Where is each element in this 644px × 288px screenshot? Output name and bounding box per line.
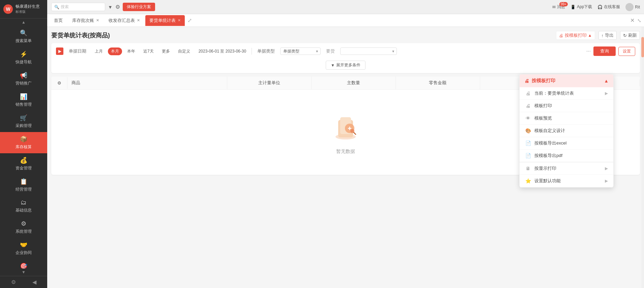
setting-button[interactable]: 设置 — [618, 47, 635, 56]
more-options-btn[interactable]: ··· — [586, 48, 591, 54]
tab-expand-btn[interactable]: ⤢ — [187, 17, 192, 24]
refresh-icon: ↻ — [623, 33, 627, 38]
date-custom-btn[interactable]: 自定义 — [175, 47, 193, 55]
tab-batch-close[interactable]: ✕ — [96, 18, 99, 23]
sidebar-item-collab[interactable]: 🤝 企业协同 — [0, 238, 47, 259]
dropdown-current-item[interactable]: 🖨 当前：要货单统计表 ▶ — [520, 87, 613, 100]
expand-more-btn[interactable]: ▼ 展开更多条件 — [326, 61, 365, 70]
collapse-icon[interactable]: ◀ — [32, 279, 36, 285]
messages-badge: 99+ — [559, 2, 568, 6]
sidebar-item-inventory[interactable]: 📦 库存核算 — [0, 132, 47, 153]
sidebar-item-shortcut[interactable]: ⚡ 快捷导航 — [0, 47, 47, 68]
scroll-up-btn[interactable]: ▲ — [0, 19, 47, 26]
filter-row: ▶ 单据日期 上月 本月 本年 近7天 更多 自定义 2023-06-01 至 … — [56, 46, 635, 56]
app-name: 畅康通好生意 — [16, 4, 40, 9]
display-print-label: 按显示打印 — [534, 165, 602, 171]
filter-toggle-btn[interactable]: ▶ — [56, 47, 63, 55]
search-icon: 🔍 — [54, 5, 59, 9]
dropdown-template-pdf-item[interactable]: 📄 按模板导出pdf — [520, 150, 613, 162]
headset-icon: 🎧 — [597, 5, 603, 9]
search-icon: 🔍 — [20, 29, 27, 37]
right-scrollbar — [641, 27, 644, 288]
scroll-down-btn[interactable]: ▼ — [0, 268, 47, 276]
empty-text: 暂无数据 — [336, 149, 355, 155]
tab-requisition-close[interactable]: ✕ — [178, 18, 181, 23]
template-design-icon: 🎨 — [525, 128, 531, 133]
sidebar-item-marketing[interactable]: 📢 营销推广 — [0, 68, 47, 90]
dropdown-default-func-item[interactable]: ⭐ 设置默认功能 ▶ — [520, 175, 613, 187]
system-icon: ⚙ — [21, 220, 26, 227]
filter-divider — [252, 48, 252, 55]
requisition-type-input[interactable] — [340, 47, 397, 55]
svg-line-7 — [354, 132, 356, 134]
date-more-btn[interactable]: 更多 — [159, 47, 173, 55]
tab-receipt[interactable]: 收发存汇总表 ✕ — [105, 15, 144, 26]
dropdown-template-excel-item[interactable]: 📄 按模板导出excel — [520, 137, 613, 150]
expand-icon: ▼ — [331, 63, 335, 68]
date-prev-month-btn[interactable]: 上月 — [92, 47, 106, 55]
dropdown-template-preview-item[interactable]: 👁 模板预览 — [520, 112, 613, 125]
tab-receipt-close[interactable]: ✕ — [137, 18, 140, 23]
export-button[interactable]: ↑ 导出 — [598, 31, 617, 40]
sidebar-item-sales[interactable]: 📊 销售管理 — [0, 90, 47, 111]
sidebar-item-finance[interactable]: 💰 资金管理 — [0, 153, 47, 174]
dropdown-template-print-item[interactable]: 🖨 模板打印 — [520, 100, 613, 112]
export-label: 导出 — [605, 32, 614, 38]
sidebar-item-basic[interactable]: 🗂 基础信息 — [0, 196, 47, 217]
window-expand-btn[interactable]: ⤡ — [637, 18, 641, 23]
print-dropdown-arrow[interactable]: ▲ — [588, 33, 592, 38]
date-current-month-btn[interactable]: 本月 — [108, 47, 122, 55]
tab-home[interactable]: 首页 — [50, 15, 67, 26]
topbar-right: ✉ 消息 99+ 📱 App下载 🎧 在线客服 Rit — [552, 3, 640, 11]
page-title: 要货单统计表(按商品) — [51, 31, 110, 39]
query-button[interactable]: 查询 — [593, 46, 616, 56]
app-download-btn[interactable]: 📱 App下载 — [570, 4, 592, 10]
shortcut-icon: ⚡ — [20, 51, 27, 58]
online-service-btn[interactable]: 🎧 在线客服 — [597, 4, 620, 10]
type-select[interactable]: 单据类型 — [280, 47, 321, 55]
print-button[interactable]: 🖨 按模板打印 ▲ — [556, 31, 595, 40]
sidebar-item-operation[interactable]: 📋 经营管理 — [0, 174, 47, 196]
template-excel-icon: 📄 — [525, 140, 531, 146]
tab-requisition[interactable]: 要货单统计表 ✕ — [145, 15, 185, 26]
trial-button[interactable]: 体验行业方案 — [123, 3, 155, 11]
dropdown-collapse-btn[interactable]: ▲ — [604, 78, 609, 84]
default-func-arrow: ▶ — [605, 179, 608, 183]
display-print-arrow: ▶ — [605, 166, 608, 171]
type-select-wrap: 单据类型 — [280, 47, 321, 55]
app-badge: 标准版 — [16, 9, 40, 14]
refresh-label: 刷新 — [628, 32, 637, 38]
sidebar-logo: W 畅康通好生意 标准版 — [0, 0, 47, 19]
dropdown-template-design-item[interactable]: 🎨 模板自定义设计 — [520, 125, 613, 137]
sidebar-item-purchase[interactable]: 🛒 采购管理 — [0, 111, 47, 132]
settings-icon[interactable]: ⚙ — [11, 279, 16, 285]
search-box[interactable]: 🔍 搜索 — [51, 3, 105, 11]
inventory-icon: 📦 — [20, 135, 27, 143]
type-filter-label: 单据类型 — [257, 48, 275, 54]
export-icon: ↑ — [602, 33, 604, 38]
topbar-gear-icon[interactable]: ⚙ — [115, 4, 120, 10]
avatar — [625, 3, 634, 11]
window-close-btn[interactable]: ✕ — [630, 17, 635, 24]
search-dropdown-btn[interactable]: ▼ — [108, 4, 113, 10]
column-settings-icon[interactable]: ⚙ — [57, 81, 61, 86]
date-current-year-btn[interactable]: 本年 — [124, 47, 138, 55]
date-7days-btn[interactable]: 近7天 — [140, 47, 157, 55]
page-actions: 🖨 按模板打印 ▲ ↑ 导出 ↻ 刷新 — [556, 31, 640, 40]
sidebar-item-system[interactable]: ⚙ 系统管理 — [0, 217, 47, 238]
messages-btn[interactable]: ✉ 消息 99+ — [552, 4, 565, 10]
topbar: 🔍 搜索 ▼ ⚙ 体验行业方案 ✉ 消息 99+ 📱 App下载 🎧 在线客服 … — [47, 0, 644, 14]
tab-batch[interactable]: 库存批次账 ✕ — [68, 15, 103, 26]
user-avatar[interactable]: Rit — [625, 3, 640, 11]
sidebar-item-search[interactable]: 🔍 搜索菜单 — [0, 26, 47, 47]
scrollbar-thumb[interactable] — [641, 37, 644, 57]
dropdown-display-print-item[interactable]: 🖥 按显示打印 ▶ — [520, 162, 613, 175]
refresh-button[interactable]: ↻ 刷新 — [620, 31, 640, 40]
printer-icon-2: 🖨 — [524, 78, 529, 84]
th-settings[interactable]: ⚙ — [51, 77, 67, 89]
sidebar-item-label: 系统管理 — [16, 229, 32, 234]
date-filter: 上月 本月 本年 近7天 更多 自定义 — [92, 47, 193, 55]
online-service-label: 在线客服 — [604, 4, 620, 10]
newbie-icon: 🎯 — [20, 262, 27, 268]
sidebar-item-newbie[interactable]: 🎯 新手引导 — [0, 259, 47, 268]
